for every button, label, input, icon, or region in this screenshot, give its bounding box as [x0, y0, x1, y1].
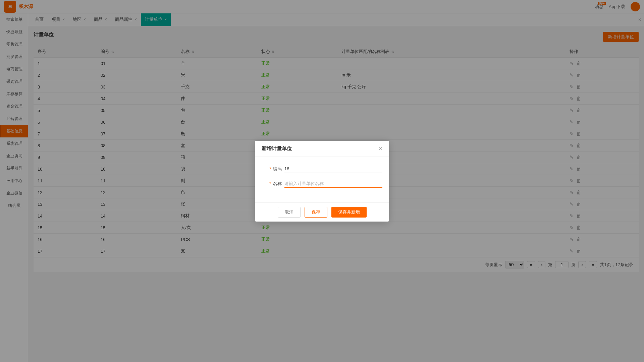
form-row-code: * 编码	[262, 165, 382, 173]
add-unit-modal: 新增计量单位 ✕ * 编码 * 名称	[255, 141, 389, 222]
modal-close-button[interactable]: ✕	[378, 145, 382, 152]
save-new-button[interactable]: 保存并新增	[331, 207, 367, 218]
cancel-button[interactable]: 取消	[278, 207, 301, 218]
modal-body: * 编码 * 名称	[255, 157, 389, 202]
required-star-name: *	[269, 181, 271, 186]
modal-footer: 取消 保存 保存并新增	[255, 202, 389, 222]
modal-title: 新增计量单位	[262, 145, 292, 152]
modal-header: 新增计量单位 ✕	[255, 141, 389, 157]
modal-overlay[interactable]: 新增计量单位 ✕ * 编码 * 名称	[0, 0, 644, 362]
code-input[interactable]	[284, 165, 382, 173]
app-wrapper: 积 积木源 消息 99+ App下载 搜索菜单快捷导航零售管理批发管理电商管理采…	[0, 0, 644, 362]
required-star: *	[269, 166, 271, 171]
name-label: * 名称	[262, 181, 282, 187]
save-button[interactable]: 保存	[305, 207, 327, 218]
code-label: * 编码	[262, 166, 282, 172]
form-row-name: * 名称	[262, 180, 382, 188]
name-input[interactable]	[284, 180, 382, 188]
